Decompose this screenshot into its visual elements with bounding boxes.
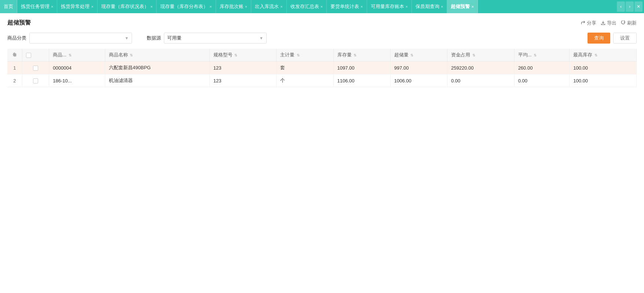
category-label: 商品分类 — [7, 35, 26, 41]
top-nav: 首页 拣货任务管理 × 拣货异常处理 × 现存量（库存状况表） × 现存量（库存… — [0, 0, 644, 13]
close-quality-check[interactable]: × — [441, 4, 443, 9]
th-code[interactable]: 商品... ⇅ — [49, 49, 105, 62]
row-capital-0: 259220.00 — [447, 62, 515, 74]
nav-tab-quality-check[interactable]: 保质期查询 × — [412, 0, 447, 13]
header-checkbox[interactable] — [26, 53, 31, 58]
sort-overstock-icon: ⇅ — [410, 53, 413, 57]
row-index-1: 2 — [7, 74, 22, 87]
close-stock-flow[interactable]: × — [280, 4, 282, 9]
row-stock-0: 1097.00 — [333, 62, 390, 74]
table-row: 1 0000004 六配套新昌490BPG 123 套 1097.00 997.… — [7, 62, 637, 74]
export-button[interactable]: 导出 — [601, 20, 616, 26]
th-maxstock[interactable]: 最高库存 ⇅ — [570, 49, 637, 62]
nav-tab-tg-task[interactable]: 拣货任务管理 × — [17, 0, 57, 13]
row-spec-1: 123 — [209, 74, 277, 87]
sort-avg-icon: ⇅ — [534, 53, 537, 57]
datasource-filter: 数据源 可用量 ▼ — [147, 33, 267, 44]
settings-button[interactable]: 设置 — [613, 33, 637, 44]
share-button[interactable]: 分享 — [581, 20, 596, 26]
nav-tab-overstock-warning[interactable]: 超储预警 × — [447, 0, 477, 13]
query-button[interactable]: 查询 — [588, 33, 610, 44]
nav-tab-tg-abnormal[interactable]: 拣货异常处理 × — [57, 0, 97, 13]
row-checkbox-0[interactable] — [33, 66, 38, 71]
sort-spec-icon: ⇅ — [234, 53, 237, 57]
th-avg[interactable]: 平均... ⇅ — [514, 49, 570, 62]
close-order-stats[interactable]: × — [361, 4, 363, 9]
datasource-label: 数据源 — [147, 35, 161, 41]
share-icon — [581, 21, 585, 25]
row-avg-1: 0.00 — [514, 74, 570, 87]
datasource-select-value: 可用量 — [167, 35, 182, 41]
datasource-select[interactable]: 可用量 ▼ — [164, 33, 267, 44]
nav-tab-home[interactable]: 首页 — [0, 0, 17, 13]
row-name-1: 机油滤清器 — [105, 74, 209, 87]
close-stock-batch[interactable]: × — [245, 4, 247, 9]
th-unit[interactable]: 主计量 ⇅ — [277, 49, 333, 62]
th-checkbox[interactable] — [22, 49, 49, 62]
refresh-button[interactable]: 刷新 — [621, 20, 637, 26]
row-maxstock-1: 100.00 — [570, 74, 637, 87]
sort-code-icon: ⇅ — [69, 53, 72, 57]
category-filter: 商品分类 ▼ — [7, 33, 132, 44]
row-code-0: 0000004 — [49, 62, 105, 74]
nav-next-btn[interactable]: › — [626, 1, 634, 12]
sort-capital-icon: ⇅ — [472, 53, 475, 57]
header-actions: 分享 导出 刷新 — [581, 20, 637, 26]
row-checkbox-cell-0[interactable] — [22, 62, 49, 74]
close-overstock-warning[interactable]: × — [471, 4, 473, 9]
page-header: 超储预警 分享 导出 刷新 — [7, 19, 637, 27]
filter-buttons: 查询 设置 — [588, 33, 637, 44]
nav-tab-order-stats[interactable]: 要货单统计表 × — [327, 0, 367, 13]
datasource-chevron-icon: ▼ — [259, 36, 263, 40]
th-name[interactable]: 商品名称 ⇅ — [105, 49, 209, 62]
sort-name-icon: ⇅ — [130, 53, 133, 57]
row-unit-0: 套 — [277, 62, 333, 74]
row-avg-0: 260.00 — [514, 62, 570, 74]
close-available-stock[interactable]: × — [406, 4, 408, 9]
row-maxstock-0: 100.00 — [570, 62, 637, 74]
refresh-icon — [621, 21, 626, 25]
row-index-0: 1 — [7, 62, 22, 74]
nav-tab-stock-flow[interactable]: 出入库流水 × — [251, 0, 286, 13]
row-spec-0: 123 — [209, 62, 277, 74]
table-row: 2 186-10... 机油滤清器 123 个 1106.00 1006.00 … — [7, 74, 637, 87]
export-icon — [601, 21, 605, 25]
row-stock-1: 1106.00 — [333, 74, 390, 87]
nav-prev-btn[interactable]: ‹ — [617, 1, 625, 12]
row-checkbox-1[interactable] — [33, 78, 38, 84]
nav-tab-available-stock[interactable]: 可用量库存账本 × — [367, 0, 412, 13]
close-stock-dist[interactable]: × — [209, 4, 212, 9]
nav-tab-stock-batch[interactable]: 库存批次账 × — [216, 0, 251, 13]
row-checkbox-cell-1[interactable] — [22, 74, 49, 87]
th-stock[interactable]: 库存量 ⇅ — [333, 49, 390, 62]
nav-tab-stock-status[interactable]: 现存量（库存状况表） × — [98, 0, 157, 13]
close-tg-task[interactable]: × — [51, 4, 53, 9]
th-overstock[interactable]: 超储量 ⇅ — [390, 49, 447, 62]
close-stock-status[interactable]: × — [150, 4, 153, 9]
sort-stock-icon: ⇅ — [354, 53, 356, 57]
th-spec[interactable]: 规格型号 ⇅ — [209, 49, 277, 62]
page-title: 超储预警 — [7, 19, 31, 27]
sort-unit-icon: ⇅ — [297, 53, 300, 57]
category-select[interactable]: ▼ — [29, 33, 132, 44]
close-collect-summary[interactable]: × — [321, 4, 323, 9]
data-table: 商品... ⇅ 商品名称 ⇅ 规格型号 ⇅ 主计量 ⇅ 库存量 ⇅ — [7, 49, 637, 87]
row-unit-1: 个 — [277, 74, 333, 87]
table-header-row: 商品... ⇅ 商品名称 ⇅ 规格型号 ⇅ 主计量 ⇅ 库存量 ⇅ — [7, 49, 637, 62]
row-overstock-1: 1006.00 — [390, 74, 447, 87]
nav-tab-stock-dist[interactable]: 现存量（库存分布表） × — [157, 0, 216, 13]
row-name-0: 六配套新昌490BPG — [105, 62, 209, 74]
page-content: 超储预警 分享 导出 刷新 — [0, 13, 644, 293]
sort-maxstock-icon: ⇅ — [594, 53, 597, 57]
filter-area: 商品分类 ▼ 数据源 可用量 ▼ 查询 设置 — [7, 33, 637, 44]
row-capital-1: 0.00 — [447, 74, 515, 87]
gear-icon — [12, 52, 17, 57]
th-capital[interactable]: 资金占用 ⇅ — [447, 49, 515, 62]
row-code-1: 186-10... — [49, 74, 105, 87]
close-tg-abnormal[interactable]: × — [91, 4, 93, 9]
category-chevron-icon: ▼ — [125, 36, 129, 40]
th-gear[interactable] — [7, 49, 22, 62]
nav-more-btn[interactable]: ✕ — [634, 1, 643, 12]
nav-controls: ‹ › ✕ — [616, 0, 644, 13]
nav-tab-collect-summary[interactable]: 收发存汇总表 × — [287, 0, 327, 13]
